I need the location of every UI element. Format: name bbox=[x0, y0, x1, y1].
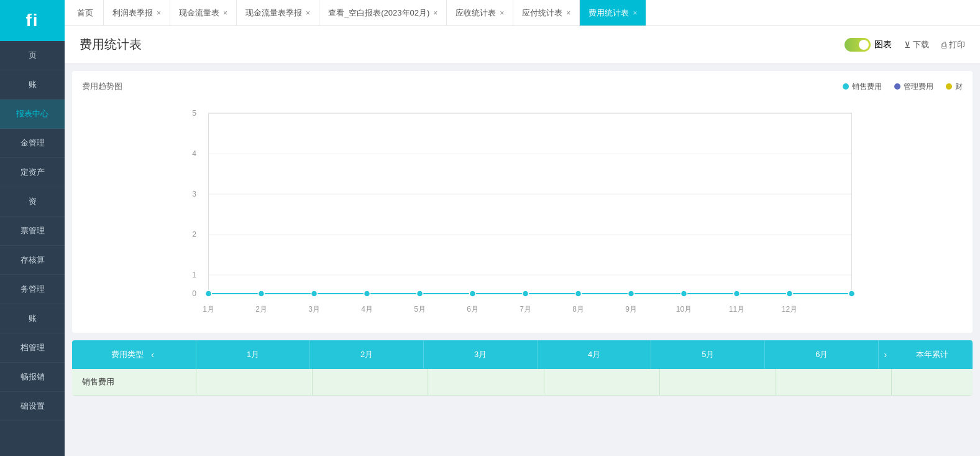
svg-point-16 bbox=[364, 291, 370, 297]
svg-point-14 bbox=[259, 291, 265, 297]
sidebar-item-reports[interactable]: 报表中心 bbox=[0, 100, 65, 129]
svg-text:8月: 8月 bbox=[572, 305, 584, 314]
tab-close-expense[interactable]: × bbox=[633, 9, 637, 17]
sidebar-item-sales[interactable]: 畅报销 bbox=[0, 363, 65, 392]
tab-home[interactable]: 首页 bbox=[67, 0, 104, 26]
sidebar-item-settings[interactable]: 础设置 bbox=[0, 392, 65, 421]
svg-point-18 bbox=[470, 291, 476, 297]
sidebar-item-assets[interactable]: 资 bbox=[0, 187, 65, 216]
sidebar-item-files[interactable]: 档管理 bbox=[0, 333, 65, 363]
legend-label-admin: 管理费用 bbox=[904, 81, 933, 92]
chart-svg: 5 4 3 2 1 0 bbox=[82, 97, 963, 321]
legend-admin: 管理费用 bbox=[894, 81, 933, 92]
svg-point-17 bbox=[417, 291, 423, 297]
td-sales-m3 bbox=[428, 369, 544, 395]
legend-dot-finance bbox=[946, 83, 952, 90]
sidebar-item-ledger[interactable]: 账 bbox=[0, 304, 65, 333]
chart-svg-wrap: 5 4 3 2 1 0 bbox=[82, 97, 963, 323]
legend-dot-admin bbox=[894, 83, 900, 90]
svg-text:4月: 4月 bbox=[361, 305, 373, 314]
print-button[interactable]: ⎙ 打印 bbox=[941, 39, 965, 50]
svg-point-25 bbox=[849, 291, 855, 297]
svg-text:10月: 10月 bbox=[676, 305, 692, 314]
svg-point-23 bbox=[734, 291, 740, 297]
next-months-button[interactable]: › bbox=[879, 340, 892, 369]
sidebar-item-fixed-assets[interactable]: 定资产 bbox=[0, 158, 65, 187]
svg-text:12月: 12月 bbox=[782, 305, 797, 314]
svg-text:5月: 5月 bbox=[414, 305, 426, 314]
chart-toggle-label: 图表 bbox=[874, 39, 892, 50]
th-type: 费用类型 ‹ bbox=[72, 340, 196, 369]
svg-point-15 bbox=[311, 291, 318, 297]
legend-label-finance: 财 bbox=[955, 81, 963, 92]
td-sales-m4 bbox=[544, 369, 661, 395]
table-body: 销售费用 bbox=[72, 369, 973, 396]
svg-text:9月: 9月 bbox=[625, 305, 637, 314]
table-row: 销售费用 bbox=[72, 369, 973, 396]
download-button[interactable]: ⊻ 下载 bbox=[904, 39, 929, 50]
table-header: 费用类型 ‹ 1月 2月 3月 4月 5月 6月 › 本年累计 bbox=[72, 340, 973, 369]
sidebar-item-services[interactable]: 务管理 bbox=[0, 275, 65, 304]
legend-finance: 财 bbox=[946, 81, 963, 92]
tab-close-receivable[interactable]: × bbox=[500, 9, 504, 17]
page-title: 费用统计表 bbox=[80, 36, 142, 53]
tab-close-cashflow[interactable]: × bbox=[223, 9, 227, 17]
content-area: 费用统计表 图表 ⊻ 下载 ⎙ 打印 费用趋势图 bbox=[65, 26, 980, 456]
td-type-sales: 销售费用 bbox=[72, 369, 196, 395]
svg-text:2: 2 bbox=[192, 230, 196, 239]
svg-text:5: 5 bbox=[192, 109, 196, 118]
legend-dot-sales bbox=[843, 83, 849, 90]
svg-text:2月: 2月 bbox=[255, 305, 267, 314]
sidebar-logo: fi bbox=[0, 0, 65, 41]
chart-container: 费用趋势图 销售费用 管理费用 财 bbox=[72, 71, 973, 333]
svg-point-20 bbox=[575, 291, 582, 297]
svg-text:3: 3 bbox=[192, 190, 196, 198]
td-sales-m5 bbox=[660, 369, 776, 395]
sidebar-item-home[interactable]: 页 bbox=[0, 41, 65, 70]
tab-profit[interactable]: 利润表季报 × bbox=[104, 0, 170, 26]
sidebar-item-invoices[interactable]: 票管理 bbox=[0, 216, 65, 246]
sidebar-item-accounts[interactable]: 账 bbox=[0, 70, 65, 100]
chart-legend: 销售费用 管理费用 财 bbox=[843, 81, 963, 92]
tab-close-blank[interactable]: × bbox=[433, 9, 437, 17]
sidebar-item-inventory[interactable]: 存核算 bbox=[0, 246, 65, 275]
chart-header: 费用趋势图 销售费用 管理费用 财 bbox=[82, 81, 963, 92]
tab-close-payable[interactable]: × bbox=[566, 9, 570, 17]
tab-close-cashflow-q[interactable]: × bbox=[306, 9, 310, 17]
svg-point-22 bbox=[681, 291, 687, 297]
td-sales-m6 bbox=[776, 369, 892, 395]
tab-payable[interactable]: 应付统计表 × bbox=[513, 0, 580, 26]
svg-text:6月: 6月 bbox=[467, 305, 479, 314]
tab-expense[interactable]: 费用统计表 × bbox=[580, 0, 646, 26]
svg-rect-12 bbox=[209, 113, 852, 294]
tab-cashflow-q[interactable]: 现金流量表季报 × bbox=[237, 0, 319, 26]
chart-toggle-wrap: 图表 bbox=[845, 38, 892, 52]
print-icon: ⎙ bbox=[941, 40, 946, 50]
td-sales-total bbox=[892, 369, 973, 395]
legend-label-sales: 销售费用 bbox=[852, 81, 882, 92]
header-actions: 图表 ⊻ 下载 ⎙ 打印 bbox=[845, 38, 965, 52]
svg-text:11月: 11月 bbox=[729, 305, 744, 314]
svg-text:1: 1 bbox=[192, 271, 196, 279]
th-total: 本年累计 bbox=[892, 340, 973, 369]
sidebar: fi 页 账 报表中心 金管理 定资产 资 票管理 存核算 务管理 账 档管理 … bbox=[0, 0, 65, 456]
tab-receivable[interactable]: 应收统计表 × bbox=[447, 0, 513, 26]
sidebar-item-capital[interactable]: 金管理 bbox=[0, 129, 65, 158]
th-month-2: 2月 bbox=[310, 340, 424, 369]
legend-sales: 销售费用 bbox=[843, 81, 882, 92]
svg-point-19 bbox=[523, 291, 529, 297]
svg-text:0: 0 bbox=[192, 289, 196, 298]
tab-cashflow[interactable]: 现金流量表 × bbox=[170, 0, 237, 26]
td-sales-m1 bbox=[196, 369, 313, 395]
td-sales-m2 bbox=[313, 369, 429, 395]
expense-table: 费用类型 ‹ 1月 2月 3月 4月 5月 6月 › 本年累计 销售费用 bbox=[72, 340, 973, 396]
th-month-6: 6月 bbox=[765, 340, 879, 369]
page-header: 费用统计表 图表 ⊻ 下载 ⎙ 打印 bbox=[65, 26, 980, 63]
chart-toggle[interactable] bbox=[845, 38, 871, 52]
tab-close-profit[interactable]: × bbox=[157, 9, 161, 17]
svg-text:1月: 1月 bbox=[203, 305, 214, 314]
svg-text:4: 4 bbox=[192, 149, 196, 158]
prev-months-button[interactable]: ‹ bbox=[149, 350, 157, 360]
svg-text:7月: 7月 bbox=[520, 305, 531, 314]
tab-blank-report[interactable]: 查看_空白报表(2023年02月) × bbox=[319, 0, 447, 26]
